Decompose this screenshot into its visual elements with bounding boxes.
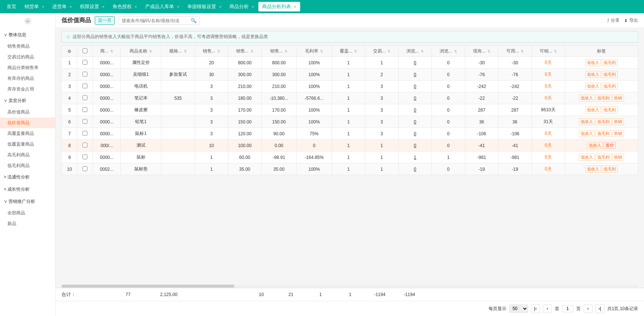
nav-sales[interactable]: 销货单 × <box>21 2 48 11</box>
sidebar-item-stock-products[interactable]: 有库存的商品 <box>0 73 55 84</box>
row-checkbox[interactable] <box>83 166 87 171</box>
share-button[interactable]: ⤴ 分享 <box>607 17 620 24</box>
td-checkbox[interactable] <box>77 104 93 116</box>
td-brow1[interactable]: 0 <box>398 140 432 152</box>
search-icon[interactable]: 🔍 <box>191 18 197 23</box>
close-stock-icon[interactable]: × <box>177 4 179 9</box>
th-sales1[interactable]: 销售... ⇅ <box>195 46 228 57</box>
nav-template[interactable]: 单据模板设置 × <box>184 2 225 11</box>
th-available[interactable]: 可用... ⇅ <box>498 46 531 57</box>
td-brow1[interactable]: 1 <box>398 152 432 163</box>
th-margin[interactable]: 毛利率 ⇅ <box>296 46 332 57</box>
td-checkbox[interactable] <box>77 81 93 92</box>
th-browse1[interactable]: 浏览... ⇅ <box>398 46 432 57</box>
sidebar-item-new-products[interactable]: 新品 <box>0 218 55 229</box>
close-permissions-icon[interactable]: × <box>102 4 104 9</box>
row-checkbox[interactable] <box>83 154 87 159</box>
td-checkbox[interactable] <box>77 152 93 163</box>
td-brow1[interactable]: 0 <box>398 116 432 128</box>
browse1-link[interactable]: 0 <box>414 60 416 65</box>
row-checkbox[interactable] <box>83 72 87 77</box>
nav-permissions[interactable]: 权限设置 × <box>76 2 108 11</box>
last-page-btn[interactable]: ›| <box>596 304 604 313</box>
sidebar-item-high-value[interactable]: 高价值商品 <box>0 107 55 118</box>
sidebar-item-low-coverage[interactable]: 低覆盖量商品 <box>0 139 55 150</box>
sidebar-item-all-products[interactable]: 全部商品 <box>0 208 55 218</box>
sidebar-group-value[interactable]: ∨ 卖贫分析 <box>0 95 55 107</box>
td-brow1[interactable]: 0 <box>398 69 432 81</box>
sidebar-group-marketing[interactable]: ∨ 营销推广分析 <box>0 196 55 208</box>
sidebar-item-high-margin[interactable]: 高毛利商品 <box>0 150 55 160</box>
td-brow1[interactable]: 0 <box>398 128 432 140</box>
browse1-link[interactable]: 0 <box>414 131 416 136</box>
nav-purchase[interactable]: 进货单 × <box>48 2 76 11</box>
nav-product-analysis-list[interactable]: 商品分析列表 × <box>258 2 300 11</box>
th-coverage[interactable]: 覆盖... ⇅ <box>332 46 365 57</box>
td-brow1[interactable]: 0 <box>398 92 432 104</box>
page-number-input[interactable] <box>562 305 573 312</box>
first-page-btn[interactable]: |‹ <box>531 304 540 313</box>
next-page-btn[interactable]: › <box>584 304 593 313</box>
browse1-link[interactable]: 0 <box>414 72 416 77</box>
row-checkbox[interactable] <box>83 143 87 147</box>
row-checkbox[interactable] <box>83 60 87 65</box>
td-brow1[interactable]: 0 <box>398 57 432 69</box>
nav-product-analysis[interactable]: 商品分析 × <box>226 2 258 11</box>
close-template-icon[interactable]: × <box>219 4 221 9</box>
row-checkbox[interactable] <box>83 119 87 124</box>
td-checkbox[interactable] <box>77 57 93 69</box>
row-checkbox[interactable] <box>83 131 87 136</box>
table-wrapper[interactable]: ⚙ 商... ⇅ 商品名称 ⇅ 规格... ⇅ 销售... ⇅ 销售... ⇅ … <box>61 45 638 285</box>
td-brow1[interactable]: 0 <box>398 163 432 175</box>
period-button[interactable]: 近一月 <box>95 16 115 25</box>
browse1-link[interactable]: 0 <box>414 119 416 125</box>
sidebar-group-overall[interactable]: ∨ 整体信息 <box>0 29 55 41</box>
th-code[interactable]: 商... ⇅ <box>93 46 121 57</box>
prev-page-btn[interactable]: ‹ <box>543 304 552 313</box>
browse1-link[interactable]: 0 <box>414 108 416 113</box>
browse1-link[interactable]: 0 <box>414 84 416 89</box>
nav-product-stock[interactable]: 产成品入库单 × <box>141 2 183 11</box>
row-checkbox[interactable] <box>83 84 87 88</box>
th-current[interactable]: 现有... ⇅ <box>465 46 498 57</box>
th-sales2[interactable]: 销售... ⇅ <box>228 46 261 57</box>
sidebar-item-sales-products[interactable]: 销售类商品 <box>0 41 55 52</box>
search-input[interactable] <box>122 18 189 23</box>
th-name[interactable]: 商品名称 ⇅ <box>121 46 161 57</box>
browse1-link[interactable]: 0 <box>414 167 416 172</box>
sidebar-collapse-btn[interactable]: « <box>24 18 31 24</box>
close-sales-icon[interactable]: × <box>42 4 44 9</box>
browse1-link[interactable]: 1 <box>414 155 416 160</box>
nav-home[interactable]: 首页 <box>3 2 20 11</box>
sidebar-item-high-coverage[interactable]: 高覆盖量商品 <box>0 128 55 139</box>
td-checkbox[interactable] <box>77 116 93 128</box>
sidebar-item-low-margin[interactable]: 低毛利商品 <box>0 160 55 171</box>
sidebar-item-traded-products[interactable]: 交易过的商品 <box>0 52 55 62</box>
td-checkbox[interactable] <box>77 69 93 81</box>
td-checkbox[interactable] <box>77 128 93 140</box>
td-checkbox[interactable] <box>77 163 93 175</box>
page-size-select[interactable]: 50 100 200 <box>509 305 528 313</box>
td-brow1[interactable]: 0 <box>398 81 432 92</box>
table-scrollbar[interactable] <box>61 285 638 288</box>
close-purchase-icon[interactable]: × <box>70 4 72 9</box>
th-checkbox[interactable] <box>77 46 93 57</box>
row-checkbox[interactable] <box>83 95 87 100</box>
sidebar-item-stock-capital[interactable]: 库存资金占用 <box>0 84 55 95</box>
close-analysis-icon[interactable]: × <box>252 4 254 9</box>
th-spec[interactable]: 规格... ⇅ <box>161 46 195 57</box>
browse1-link[interactable]: 0 <box>414 96 416 101</box>
row-checkbox[interactable] <box>83 107 87 112</box>
td-checkbox[interactable] <box>77 140 93 152</box>
td-brow1[interactable]: 0 <box>398 104 432 116</box>
th-browse2[interactable]: 浏览... ⇅ <box>432 46 465 57</box>
nav-role-auth[interactable]: 角色授权 × <box>109 2 141 11</box>
th-gear[interactable]: ⚙ <box>62 46 77 57</box>
th-trade[interactable]: 交易... ⇅ <box>365 46 398 57</box>
th-saleable[interactable]: 可销... ⇅ <box>531 46 565 57</box>
export-button[interactable]: ⬇ 导出 <box>624 17 638 24</box>
close-analysis-list-icon[interactable]: × <box>294 4 296 9</box>
td-checkbox[interactable] <box>77 92 93 104</box>
sidebar-group-liquidity[interactable]: > 流通性分析 <box>0 171 55 183</box>
th-sales3[interactable]: 销售... ⇅ <box>261 46 296 57</box>
